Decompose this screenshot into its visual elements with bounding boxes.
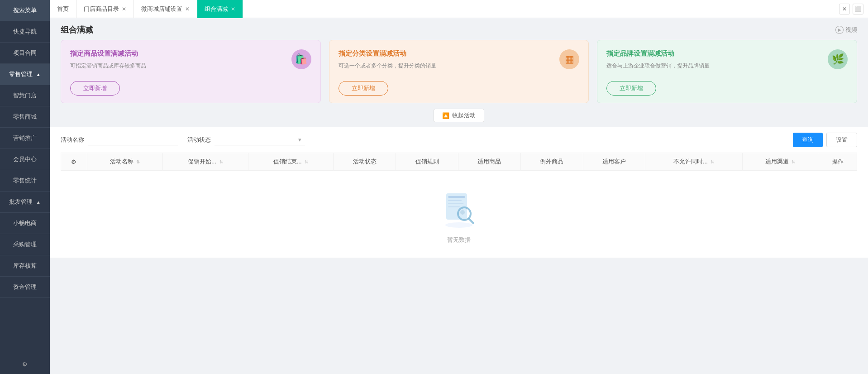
sidebar-item-retail-mall[interactable]: 零售商城 (0, 106, 50, 128)
chevron-down-icon: ▾ (298, 136, 301, 143)
empty-state: 暂无数据 (61, 171, 857, 258)
brand-card-title: 指定品牌设置满减活动 (606, 49, 848, 58)
settings-btn[interactable]: 设置 (826, 133, 857, 147)
sidebar-item-marketing[interactable]: 营销推广 (0, 128, 50, 149)
sort-icon: ⇅ (219, 159, 223, 164)
col-settings[interactable]: ⚙ (61, 153, 87, 171)
tabbar: 首页 门店商品目录 ✕ 微商城店铺设置 ✕ 组合满减 ✕ ✕ ⬜ (50, 0, 868, 18)
col-promo-start[interactable]: 促销开始... ⇅ (162, 153, 248, 171)
product-card-title: 指定商品设置满减活动 (70, 49, 311, 58)
window-maximize-btn[interactable]: ⬜ (853, 4, 863, 14)
close-tab-micro-store[interactable]: ✕ (185, 6, 190, 12)
svg-line-7 (469, 219, 473, 223)
query-btn[interactable]: 查询 (793, 133, 823, 147)
sidebar-item-inventory[interactable]: 库存核算 (0, 255, 50, 277)
page-content: 组合满减 ▶ 视频 指定商品设置满减活动 🛍️ 可指定滞销商品或库存较多商品 立… (50, 18, 868, 374)
sidebar-item-quick-nav[interactable]: 快捷导航 (0, 21, 50, 43)
chevron-up-icon: 🔼 (442, 112, 449, 119)
empty-icon (436, 189, 482, 230)
col-applicable-channels[interactable]: 适用渠道 ⇅ (743, 153, 818, 171)
arrow-icon: ▲ (36, 200, 41, 205)
search-buttons: 查询 设置 (793, 133, 857, 147)
cards-section: 指定商品设置满减活动 🛍️ 可指定滞销商品或库存较多商品 立即新增 指定分类设置… (50, 40, 868, 103)
category-card-add-btn[interactable]: 立即新增 (339, 81, 388, 96)
brand-card-icon: 🌿 (828, 49, 848, 69)
product-card-desc: 可指定滞销商品或库存较多商品 (70, 62, 311, 70)
col-activity-status: 活动状态 (334, 153, 396, 171)
video-link[interactable]: ▶ 视频 (835, 26, 857, 34)
activity-name-input[interactable] (88, 134, 178, 145)
settings-icon: ⚙ (22, 361, 28, 368)
category-card: 指定分类设置满减活动 ▦ 可选一个或者多个分类，提升分类的销量 立即新增 (329, 40, 589, 103)
sidebar-item-smart-store[interactable]: 智慧门店 (0, 85, 50, 106)
page-header: 组合满减 ▶ 视频 (50, 18, 868, 40)
svg-rect-3 (448, 200, 462, 201)
table-section: ⚙ 活动名称 ⇅ 促销开始... ⇅ 促销结束... ⇅ (50, 153, 868, 258)
col-activity-name[interactable]: 活动名称 ⇅ (87, 153, 162, 171)
window-close-btn[interactable]: ✕ (839, 4, 850, 14)
close-tab-combo-discount[interactable]: ✕ (231, 6, 235, 12)
brand-card: 指定品牌设置满减活动 🌿 适合与上游企业联合做营销，提升品牌销量 立即新增 (597, 40, 857, 103)
tabbar-right-controls: ✕ ⬜ (839, 4, 868, 14)
sidebar-item-finance-mgmt[interactable]: 资金管理 (0, 277, 50, 298)
tab-micro-store-settings[interactable]: 微商城店铺设置 ✕ (134, 0, 197, 18)
close-tab-store-catalog[interactable]: ✕ (122, 6, 126, 12)
tab-store-catalog[interactable]: 门店商品目录 ✕ (76, 0, 134, 18)
activity-status-field: 活动状态 ▾ (187, 134, 305, 145)
col-applicable-customers: 适用客户 (583, 153, 645, 171)
page-title: 组合满减 (61, 24, 93, 35)
sidebar-item-retail-stats[interactable]: 零售统计 (0, 170, 50, 192)
sidebar-settings[interactable]: ⚙ (0, 355, 50, 374)
svg-point-8 (460, 210, 465, 215)
brand-card-add-btn[interactable]: 立即新增 (606, 81, 656, 96)
table-header: ⚙ 活动名称 ⇅ 促销开始... ⇅ 促销结束... ⇅ (61, 153, 857, 171)
sidebar-search[interactable]: 搜索菜单 (0, 0, 50, 21)
sidebar-item-purchase-mgmt[interactable]: 采购管理 (0, 234, 50, 255)
sidebar-item-xiaochang[interactable]: 小畅电商 (0, 213, 50, 234)
sort-icon: ⇅ (136, 159, 140, 164)
collapse-bar: 🔼 收起活动 (50, 103, 868, 127)
tab-home[interactable]: 首页 (50, 0, 76, 18)
product-card-add-btn[interactable]: 立即新增 (70, 81, 120, 96)
collapse-activities-btn[interactable]: 🔼 收起活动 (434, 109, 484, 122)
svg-rect-5 (448, 206, 460, 207)
svg-point-0 (445, 222, 472, 228)
sort-icon: ⇅ (711, 159, 714, 164)
category-card-title: 指定分类设置满减活动 (339, 49, 580, 58)
play-icon: ▶ (835, 26, 844, 34)
main-area: 首页 门店商品目录 ✕ 微商城店铺设置 ✕ 组合满减 ✕ ✕ ⬜ 组合满减 ▶ … (50, 0, 868, 374)
col-applicable-products: 适用商品 (458, 153, 520, 171)
col-promo-rules: 促销规则 (396, 153, 458, 171)
sort-icon: ⇅ (792, 159, 795, 164)
category-card-desc: 可选一个或者多个分类，提升分类的销量 (339, 62, 580, 70)
empty-text: 暂无数据 (447, 236, 471, 244)
activity-status-label: 活动状态 (187, 136, 211, 144)
activity-table: ⚙ 活动名称 ⇅ 促销开始... ⇅ 促销结束... ⇅ (61, 153, 857, 171)
col-no-concurrent[interactable]: 不允许同时... ⇅ (645, 153, 743, 171)
svg-rect-4 (448, 203, 463, 204)
search-bar: 活动名称 活动状态 ▾ 查询 设置 (50, 127, 868, 153)
col-promo-end[interactable]: 促销结束... ⇅ (248, 153, 334, 171)
col-excluded-products: 例外商品 (520, 153, 583, 171)
svg-rect-2 (448, 196, 465, 198)
tab-combo-discount[interactable]: 组合满减 ✕ (197, 0, 243, 18)
sidebar: 搜索菜单 快捷导航 项目合同 零售管理 ▲ 智慧门店 零售商城 营销推广 会员中… (0, 0, 50, 374)
brand-card-desc: 适合与上游企业联合做营销，提升品牌销量 (606, 62, 848, 70)
sort-icon: ⇅ (305, 159, 308, 164)
product-card-icon: 🛍️ (291, 49, 311, 69)
activity-name-field: 活动名称 (61, 134, 178, 145)
col-operations: 操作 (818, 153, 857, 171)
sidebar-item-member-center[interactable]: 会员中心 (0, 149, 50, 170)
sidebar-item-project-contract[interactable]: 项目合同 (0, 43, 50, 64)
gear-icon: ⚙ (71, 158, 76, 165)
arrow-icon: ▲ (36, 72, 41, 77)
sidebar-item-retail-mgmt[interactable]: 零售管理 ▲ (0, 64, 50, 85)
product-card: 指定商品设置满减活动 🛍️ 可指定滞销商品或库存较多商品 立即新增 (61, 40, 321, 103)
sidebar-item-wholesale-mgmt[interactable]: 批发管理 ▲ (0, 192, 50, 213)
activity-status-select[interactable]: ▾ (215, 134, 305, 145)
activity-name-label: 活动名称 (61, 136, 84, 144)
